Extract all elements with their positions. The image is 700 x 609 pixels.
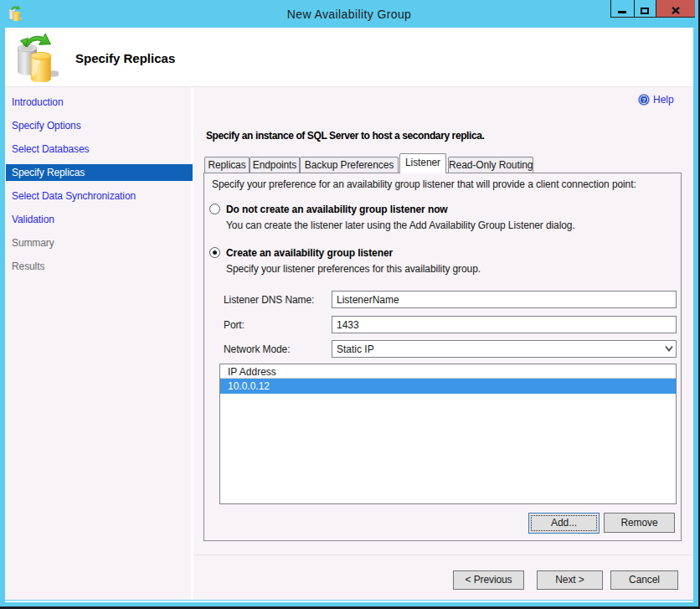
svg-text:?: ? [642, 96, 646, 104]
